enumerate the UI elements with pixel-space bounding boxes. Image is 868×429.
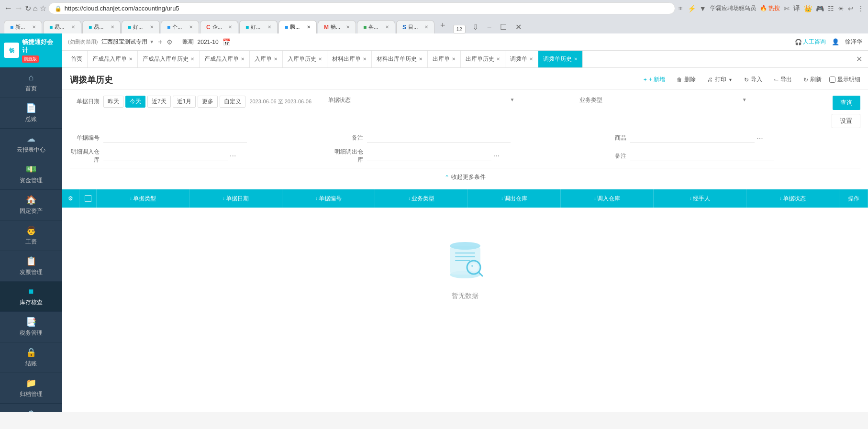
close-all-tabs-btn[interactable]: ✕ bbox=[854, 53, 864, 66]
sidebar-item-invoice[interactable]: 📋 发票管理 bbox=[0, 251, 62, 282]
forward-btn[interactable]: → bbox=[14, 3, 23, 13]
sidebar-item-home[interactable]: ⌂ 首页 bbox=[0, 68, 62, 98]
tab-mat-out-close[interactable]: ✕ bbox=[363, 56, 367, 62]
note2-input[interactable] bbox=[630, 151, 774, 161]
home-btn[interactable]: ⌂ bbox=[33, 4, 38, 13]
browser-tab-7[interactable]: ■ 好... ✕ bbox=[239, 20, 278, 33]
browser-tab-6[interactable]: C 企... ✕ bbox=[200, 20, 238, 33]
th-date[interactable]: ↕ 单据日期 bbox=[189, 189, 282, 208]
refresh-btn[interactable]: ↻ 刷新 bbox=[800, 74, 825, 86]
th-in[interactable]: ↕ 调入仓库 bbox=[561, 189, 654, 208]
date-today-btn[interactable]: 今天 bbox=[125, 96, 145, 108]
favorite-btn[interactable]: ☆ bbox=[40, 4, 46, 13]
sidebar-item-reports[interactable]: ☁ 云报表中心 bbox=[0, 129, 62, 159]
date-custom-btn[interactable]: 自定义 bbox=[220, 96, 245, 108]
th-gear[interactable]: ⚙ bbox=[62, 189, 79, 208]
browser-tab-9[interactable]: M 畅... ✕ bbox=[318, 20, 356, 33]
sidebar-item-inventory[interactable]: ■ 库存核查 bbox=[0, 282, 62, 312]
sidebar-item-settings[interactable]: ⚙ 基础设置 bbox=[0, 404, 62, 412]
detail-in-ellipsis[interactable]: ··· bbox=[230, 152, 236, 160]
print-btn[interactable]: 🖨 打印 ▼ bbox=[703, 74, 736, 86]
goods-ellipsis[interactable]: ··· bbox=[757, 134, 763, 143]
undo-icon[interactable]: ↩ bbox=[848, 5, 854, 12]
minimize-btn[interactable]: − bbox=[483, 21, 495, 33]
filter-settings-btn[interactable]: 设置 bbox=[832, 114, 860, 128]
browser-tab-8[interactable]: ■ 腾... ✕ bbox=[278, 20, 317, 33]
calendar-icon[interactable]: 📅 bbox=[223, 38, 231, 46]
tab-out-history[interactable]: 出库单历史 ✕ bbox=[461, 51, 505, 67]
tab-home[interactable]: 首页 bbox=[66, 51, 88, 67]
note-input[interactable] bbox=[367, 133, 511, 143]
delete-btn[interactable]: 🗑 删除 bbox=[673, 74, 700, 86]
back-btn[interactable]: ← bbox=[4, 3, 12, 13]
company-settings-btn[interactable]: ⚙ bbox=[167, 38, 173, 46]
header-checkbox[interactable] bbox=[85, 195, 91, 202]
sidebar-item-archive[interactable]: 📁 归档管理 bbox=[0, 373, 62, 404]
th-number[interactable]: ↕ 单据编号 bbox=[282, 189, 375, 208]
tab-transfer-history[interactable]: 调拨单历史 ✕ bbox=[538, 51, 583, 67]
th-handler[interactable]: ↕ 经手人 bbox=[654, 189, 746, 208]
tab-out-order[interactable]: 出库单 ✕ bbox=[428, 51, 461, 67]
import-btn[interactable]: ↻ 导入 bbox=[740, 74, 766, 86]
grid-icon[interactable]: ​☷ bbox=[828, 5, 834, 12]
add-company-btn[interactable]: + bbox=[158, 38, 162, 46]
new-btn[interactable]: + + 新增 bbox=[640, 74, 669, 86]
expand-icon[interactable]: ▼ bbox=[700, 5, 706, 12]
translate-icon[interactable]: 译 bbox=[793, 4, 800, 13]
tab-product-in2[interactable]: 产成品入库单 ✕ bbox=[200, 51, 250, 67]
browser-tab-4[interactable]: ■ 好... ✕ bbox=[122, 20, 160, 33]
tab-in-history[interactable]: 入库单历史 ✕ bbox=[283, 51, 327, 67]
profile-icon[interactable]: 👑 bbox=[804, 5, 812, 12]
date-7days-btn[interactable]: 近7天 bbox=[147, 96, 171, 108]
status-dropdown[interactable]: ▼ bbox=[355, 96, 517, 104]
date-more-btn[interactable]: 更多 bbox=[198, 96, 218, 108]
goods-input[interactable] bbox=[630, 133, 755, 143]
tab-mat-out[interactable]: 材料出库单 ✕ bbox=[327, 51, 372, 67]
browser-tab-1[interactable]: ■ 新... ✕ bbox=[4, 20, 42, 33]
sidebar-item-ledger[interactable]: 📄 总账 bbox=[0, 98, 62, 129]
th-biz[interactable]: ↕ 业务类型 bbox=[375, 189, 468, 208]
date-yesterday-btn[interactable]: 昨天 bbox=[103, 96, 123, 108]
menu-icon[interactable]: ⋮ bbox=[857, 5, 864, 12]
detail-out-input[interactable] bbox=[367, 151, 491, 161]
close-btn[interactable]: ✕ bbox=[512, 21, 525, 33]
maximize-btn[interactable]: ☐ bbox=[496, 21, 511, 33]
sidebar-item-funds[interactable]: 💵 资金管理 bbox=[0, 159, 62, 190]
th-out[interactable]: ↕ 调出仓库 bbox=[468, 189, 561, 208]
url-bar[interactable]: 🔒 https://cloud.chanjet.com/accounting/u… bbox=[48, 2, 675, 14]
user-avatar[interactable]: 👤 bbox=[832, 38, 839, 45]
brightness-icon[interactable]: ☀ bbox=[838, 5, 844, 12]
sidebar-item-tax[interactable]: 📑 税务管理 bbox=[0, 312, 62, 342]
tab-out-order-close[interactable]: ✕ bbox=[452, 56, 456, 62]
tab-product-in-close[interactable]: ✕ bbox=[129, 56, 133, 62]
new-tab-btn[interactable]: + bbox=[435, 18, 450, 33]
detail-out-ellipsis[interactable]: ··· bbox=[493, 152, 500, 160]
detail-in-input[interactable] bbox=[103, 151, 228, 161]
tab-mat-out-history[interactable]: 材料出库单历史 ✕ bbox=[372, 51, 428, 67]
sidebar-item-assets[interactable]: 🏠 固定资产 bbox=[0, 190, 62, 220]
browser-tab-5[interactable]: ■ 个... ✕ bbox=[161, 20, 199, 33]
tab-in-order[interactable]: 入库单 ✕ bbox=[250, 51, 283, 67]
show-toggle-checkbox[interactable] bbox=[829, 77, 835, 83]
tab-out-history-close[interactable]: ✕ bbox=[496, 56, 500, 62]
number-input[interactable] bbox=[103, 133, 247, 143]
downloads-icon[interactable]: ⇩ bbox=[468, 21, 482, 33]
query-btn[interactable]: 查询 bbox=[833, 96, 860, 110]
tab-product-in-history-close[interactable]: ✕ bbox=[190, 56, 194, 62]
export-btn[interactable]: ↼ 导出 bbox=[770, 74, 796, 86]
show-toggle[interactable]: 显示明细 bbox=[829, 76, 860, 84]
browser-tab-10[interactable]: ■ 各... ✕ bbox=[357, 20, 395, 33]
biz-type-dropdown[interactable]: ▼ bbox=[606, 96, 750, 104]
browser-tab-11[interactable]: S 目... ✕ bbox=[396, 20, 434, 33]
tab-product-in-history[interactable]: 产成品入库单历史 ✕ bbox=[138, 51, 200, 67]
tab-mat-out-history-close[interactable]: ✕ bbox=[419, 56, 423, 62]
tab-transfer-close[interactable]: ✕ bbox=[529, 56, 533, 62]
tab-product-in[interactable]: 产成品入库单 ✕ bbox=[88, 51, 138, 67]
tab-transfer[interactable]: 调拨单 ✕ bbox=[505, 51, 538, 67]
game-icon[interactable]: 🎮 bbox=[816, 5, 824, 12]
collapse-btn[interactable]: ⌃ 收起更多条件 bbox=[439, 171, 491, 183]
tab-product-in2-close[interactable]: ✕ bbox=[241, 56, 245, 62]
company-selector[interactable]: 江西服宝测试专用 ▼ bbox=[101, 38, 154, 46]
lightning-icon[interactable]: ⚡ bbox=[688, 5, 696, 12]
browser-tab-3[interactable]: ■ 易... ✕ bbox=[82, 20, 121, 33]
